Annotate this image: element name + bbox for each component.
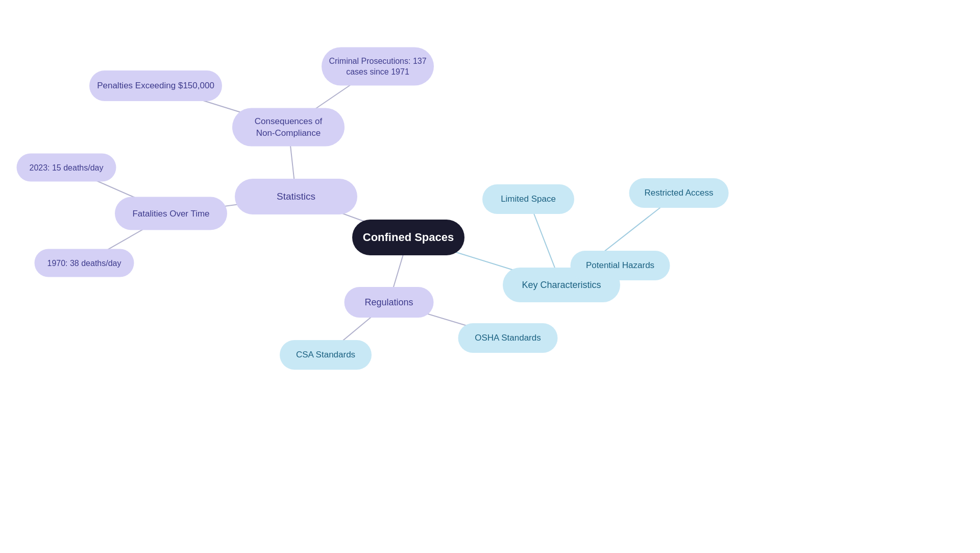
deaths2023-node[interactable]: 2023: 15 deaths/day (17, 154, 116, 182)
penalties-node[interactable]: Penalties Exceeding $150,000 (89, 70, 222, 101)
fatalities-node[interactable]: Fatalities Over Time (115, 197, 227, 230)
consequences-node[interactable]: Consequences of Non-Compliance (232, 108, 345, 147)
regulations-node[interactable]: Regulations (345, 287, 434, 318)
restricted-access-node[interactable]: Restricted Access (629, 178, 729, 208)
statistics-node[interactable]: Statistics (235, 179, 357, 214)
center-node[interactable]: Confined Spaces (352, 220, 464, 255)
criminal-node[interactable]: Criminal Prosecutions: 137 cases since 1… (322, 47, 434, 86)
potential-hazards-node[interactable]: Potential Hazards (571, 251, 670, 280)
limited-space-node[interactable]: Limited Space (482, 184, 574, 214)
deaths1970-node[interactable]: 1970: 38 deaths/day (35, 249, 134, 277)
osha-node[interactable]: OSHA Standards (458, 323, 558, 353)
csa-node[interactable]: CSA Standards (280, 340, 372, 370)
